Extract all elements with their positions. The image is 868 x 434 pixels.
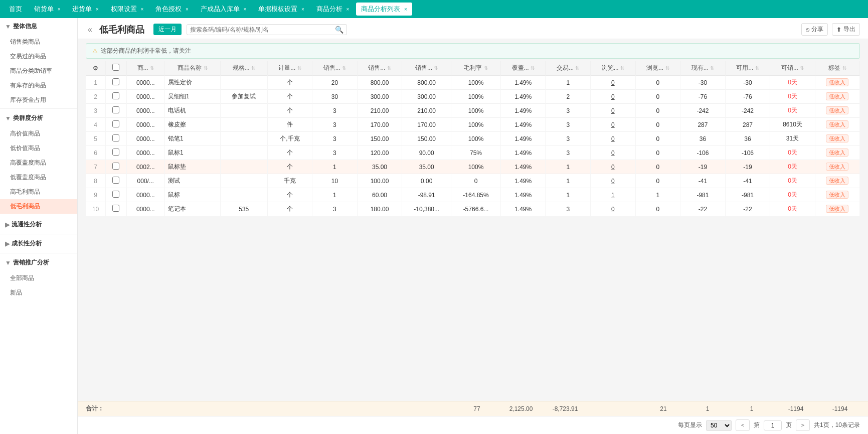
row-view1[interactable]: 0 (591, 132, 636, 146)
row-checkbox[interactable] (106, 174, 126, 188)
search-input[interactable] (190, 26, 335, 33)
col-view2[interactable]: 浏览... ⇅ (635, 61, 680, 76)
col-sellable[interactable]: 可销... ⇅ (770, 61, 815, 76)
col-spec[interactable]: 规格... ⇅ (220, 61, 267, 76)
sidebar-group-cluster[interactable]: ▼ 类群度分析 (0, 110, 77, 126)
row-sales-price: 210.00 (357, 104, 402, 118)
sidebar-item-high-coverage[interactable]: 高覆盖度商品 (0, 156, 77, 170)
search-box: 🔍 (187, 24, 347, 35)
row-num: 7 (86, 160, 106, 174)
sidebar-group-overall[interactable]: ▼ 整体信息 (0, 18, 77, 35)
col-code[interactable]: 商... ⇅ (126, 61, 164, 76)
row-view1[interactable]: 0 (591, 174, 636, 188)
row-view1[interactable]: 0 (591, 90, 636, 104)
nav-roles[interactable]: 角色授权 × (150, 3, 193, 16)
prev-page-btn[interactable]: ＜ (736, 419, 750, 431)
table-row: 10 0000... 笔记本 535 个 3 180.00 -10,380...… (86, 202, 860, 216)
nav-goods-analysis[interactable]: 商品分析 × (311, 3, 354, 16)
col-checkbox[interactable] (106, 61, 126, 76)
row-available: -242 (725, 104, 770, 118)
row-checkbox[interactable] (106, 202, 126, 216)
col-sales-price[interactable]: 销售... ⇅ (357, 61, 402, 76)
row-view1[interactable]: 1 (591, 188, 636, 202)
page-size-select[interactable]: 20 50 100 (706, 420, 732, 431)
sidebar-group-flow[interactable]: ▶ 流通性分析 (0, 216, 77, 233)
row-checkbox[interactable] (106, 76, 126, 90)
table-container[interactable]: ⚙ 商... ⇅ 商品名称 ⇅ 规格... ⇅ 计量... ⇅ 销售... ⇅ … (86, 61, 860, 401)
col-current[interactable]: 现有... ⇅ (680, 61, 726, 76)
row-checkbox[interactable] (106, 104, 126, 118)
sidebar-item-new-goods[interactable]: 新品 (0, 285, 77, 300)
row-view1[interactable]: 0 (591, 118, 636, 132)
col-settings[interactable]: ⚙ (86, 61, 106, 76)
row-sales-profit: 800.00 (402, 76, 451, 90)
col-coverage[interactable]: 覆盖... ⇅ (500, 61, 546, 76)
row-checkbox[interactable] (106, 132, 126, 146)
sidebar-group-growth[interactable]: ▶ 成长性分析 (0, 235, 77, 252)
col-gross-margin[interactable]: 毛利率 ⇅ (451, 61, 501, 76)
nav-sales[interactable]: 销货单 × (29, 3, 65, 16)
nav-product-in-close[interactable]: × (244, 7, 247, 12)
sort-icon-code: ⇅ (150, 65, 154, 71)
row-tag: 低收入 (815, 132, 859, 146)
sidebar-item-stock-funds[interactable]: 库存资金占用 (0, 93, 77, 107)
row-coverage: 1.49% (500, 202, 546, 216)
sidebar-group-marketing[interactable]: ▼ 营销推广分析 (0, 254, 77, 271)
nav-template-close[interactable]: × (301, 7, 304, 12)
sidebar-item-high-value[interactable]: 高价值商品 (0, 126, 77, 141)
filter-btn[interactable]: 近一月 (153, 24, 182, 35)
sidebar-item-low-margin[interactable]: 低毛利商品 (0, 199, 77, 214)
next-page-btn[interactable]: ＞ (796, 419, 810, 431)
row-name: 铅笔1 (164, 132, 220, 146)
nav-permissions[interactable]: 权限设置 × (106, 3, 148, 16)
row-checkbox[interactable] (106, 188, 126, 202)
row-available: -41 (725, 174, 770, 188)
row-view1[interactable]: 0 (591, 104, 636, 118)
col-view1[interactable]: 浏览... ⇅ (591, 61, 636, 76)
nav-goods-analysis-close[interactable]: × (346, 7, 349, 12)
sidebar-item-low-value[interactable]: 低价值商品 (0, 141, 77, 156)
row-view1[interactable]: 0 (591, 76, 636, 90)
sidebar-item-high-margin[interactable]: 高毛利商品 (0, 185, 77, 199)
sidebar-item-low-coverage[interactable]: 低覆盖度商品 (0, 170, 77, 185)
row-checkbox[interactable] (106, 118, 126, 132)
nav-permissions-close[interactable]: × (141, 7, 144, 12)
row-view1[interactable]: 0 (591, 160, 636, 174)
nav-sales-close[interactable]: × (58, 7, 61, 12)
row-sales-profit: 300.00 (402, 90, 451, 104)
select-all-checkbox[interactable] (112, 64, 119, 71)
col-unit[interactable]: 计量... ⇅ (267, 61, 312, 76)
sidebar-collapse-btn[interactable]: « (86, 25, 94, 34)
sidebar-item-all-goods[interactable]: 全部商品 (0, 271, 77, 285)
row-sales-profit: 170.00 (402, 118, 451, 132)
row-view1[interactable]: 0 (591, 146, 636, 160)
share-btn[interactable]: ⎋ 分享 (801, 23, 828, 36)
page-number-input[interactable] (764, 420, 782, 430)
sidebar-item-traded-goods[interactable]: 交易过的商品 (0, 49, 77, 64)
nav-home[interactable]: 首页 (4, 3, 27, 16)
nav-product-in[interactable]: 产成品入库单 × (196, 3, 251, 16)
nav-roles-close[interactable]: × (186, 7, 189, 12)
col-sales-profit[interactable]: 销售... ⇅ (402, 61, 451, 76)
col-trade[interactable]: 交易... ⇅ (546, 61, 591, 76)
row-checkbox[interactable] (106, 160, 126, 174)
sidebar-item-sales-goods[interactable]: 销售类商品 (0, 35, 77, 49)
row-checkbox[interactable] (106, 146, 126, 160)
table-row: 4 0000... 橡皮擦 件 3 170.00 170.00 100% 1.4… (86, 118, 860, 132)
nav-purchase-close[interactable]: × (96, 7, 99, 12)
col-name[interactable]: 商品名称 ⇅ (164, 61, 220, 76)
export-btn[interactable]: ⬆ 导出 (832, 23, 860, 36)
export-icon: ⬆ (836, 26, 841, 33)
nav-goods-analysis-list[interactable]: 商品分析列表 × (356, 3, 412, 16)
nav-template[interactable]: 单据模板设置 × (253, 3, 309, 16)
row-checkbox[interactable] (106, 90, 126, 104)
col-sales-qty[interactable]: 销售... ⇅ (312, 61, 358, 76)
sidebar-item-in-stock[interactable]: 有库存的商品 (0, 78, 77, 93)
col-tag[interactable]: 标签 ⇅ (815, 61, 859, 76)
nav-purchase[interactable]: 进货单 × (67, 3, 103, 16)
search-icon[interactable]: 🔍 (335, 26, 343, 34)
col-available[interactable]: 可用... ⇅ (725, 61, 770, 76)
nav-goods-list-close[interactable]: × (404, 7, 407, 12)
row-view1[interactable]: 0 (591, 202, 636, 216)
sidebar-item-category-rate[interactable]: 商品分类助销率 (0, 64, 77, 78)
